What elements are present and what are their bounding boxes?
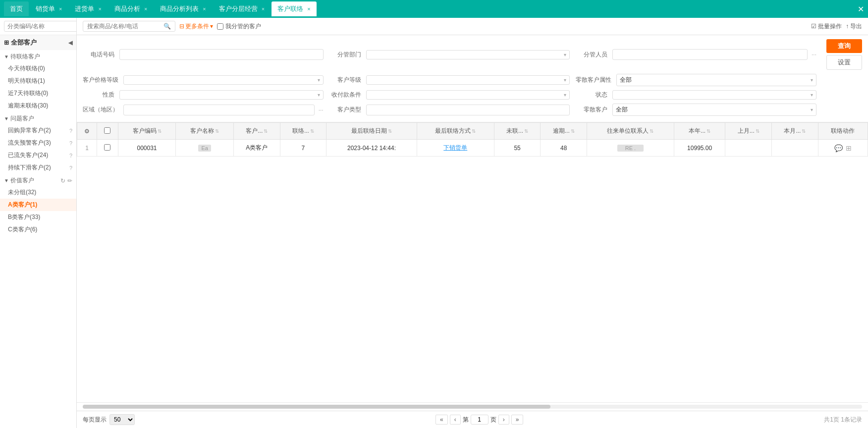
toolbar: 🔍 ⊟ 更多条件 ▾ 我分管的客户 ☑ 批量操作 ↑ 导出: [77, 18, 868, 35]
input-region[interactable]: [123, 105, 315, 115]
th-last-method[interactable]: 最后联络方式 ⇅: [417, 123, 494, 140]
batch-ops-button[interactable]: ☑ 批量操作: [811, 22, 842, 31]
sidebar-search-wrap: 🔍: [0, 18, 76, 35]
scrollbar-thumb[interactable]: [83, 405, 550, 409]
close-analysis-tab[interactable]: ×: [144, 6, 147, 12]
input-phone[interactable]: [119, 49, 324, 60]
sidebar-item-c-class[interactable]: C类客户(6): [0, 223, 76, 236]
th-type[interactable]: 客户... ⇅: [233, 123, 280, 140]
sidebar-collapse-icon[interactable]: ◀: [68, 40, 72, 46]
nav-tab-home[interactable]: 首页: [4, 1, 29, 16]
th-year-amount[interactable]: 本年... ⇅: [674, 123, 725, 140]
sidebar-item-b-class[interactable]: B类客户(33): [0, 211, 76, 223]
close-all-tabs[interactable]: ✕: [858, 4, 864, 14]
export-button[interactable]: ↑ 导出: [846, 22, 862, 31]
select-status[interactable]: ▾: [612, 90, 816, 100]
last-method-link[interactable]: 下销货单: [443, 144, 467, 151]
sidebar-item-declining[interactable]: 持续下滑客户(2) ?: [0, 161, 76, 174]
more-filter-button[interactable]: ⊟ 更多条件 ▾: [179, 22, 213, 31]
th-last-month[interactable]: 上月... ⇅: [725, 123, 772, 140]
select-all-checkbox[interactable]: [104, 127, 110, 134]
input-person[interactable]: [612, 49, 808, 60]
td-last-method[interactable]: 下销货单: [417, 140, 494, 157]
next-page-button[interactable]: ›: [498, 415, 509, 425]
th-code[interactable]: 客户编码 ⇅: [118, 123, 176, 140]
filter-row-4: 区域（地区） ··· 客户类型 零散客户 全部 ▾: [83, 104, 862, 116]
close-analysis-list-tab[interactable]: ×: [203, 6, 206, 12]
th-checkbox-all[interactable]: [97, 123, 118, 140]
sort-type-icon: ⇅: [264, 128, 268, 134]
setting-button[interactable]: 设置: [826, 55, 862, 70]
filter-dept: 分管部门 ▾: [329, 50, 576, 59]
close-sales-tab[interactable]: ×: [59, 6, 62, 12]
sidebar-item-churn-warning[interactable]: 流失预警客户(3) ?: [0, 137, 76, 149]
nav-tab-purchase[interactable]: 进货单 ×: [69, 1, 107, 16]
th-no-contact[interactable]: 未联... ⇅: [494, 123, 541, 140]
th-this-month[interactable]: 本月... ⇅: [772, 123, 818, 140]
td-code: 000031: [118, 140, 176, 157]
th-company-contact[interactable]: 往来单位联系人 ⇅: [587, 123, 674, 140]
th-gear[interactable]: ⚙: [77, 123, 97, 140]
nav-tab-customer-tier[interactable]: 客户分层经营 ×: [213, 1, 271, 16]
sidebar-item-churned[interactable]: 已流失客户(24) ?: [0, 149, 76, 161]
all-customers-header[interactable]: ⊞ 全部客户 ◀: [0, 35, 76, 50]
region-dots-icon[interactable]: ···: [319, 107, 324, 113]
chat-icon[interactable]: 💬: [834, 144, 843, 152]
first-page-button[interactable]: «: [435, 415, 448, 425]
info-icon-repurchase: ?: [69, 128, 72, 134]
close-customer-contact-tab[interactable]: ×: [307, 6, 310, 12]
person-dots-icon[interactable]: ···: [812, 51, 816, 58]
select-price-grade[interactable]: ▾: [123, 75, 324, 85]
prev-page-button[interactable]: ‹: [450, 415, 461, 425]
filter-panel: 电话号码 分管部门 ▾ 分管人员 ···: [77, 35, 868, 122]
nav-tab-analysis-list[interactable]: 商品分析列表 ×: [154, 1, 212, 16]
close-purchase-tab[interactable]: ×: [98, 6, 101, 12]
refresh-icon[interactable]: ↻: [60, 177, 65, 184]
th-name[interactable]: 客户名称 ⇅: [176, 123, 234, 140]
sort-date-icon: ⇅: [388, 128, 392, 134]
sidebar-item-today[interactable]: 今天待联络(0): [0, 62, 76, 75]
sidebar-item-week[interactable]: 近7天待联络(0): [0, 87, 76, 100]
td-checkbox[interactable]: [97, 140, 118, 157]
select-payment[interactable]: ▾: [366, 90, 570, 100]
group-label-problem[interactable]: ▼ 问题客户: [0, 112, 76, 124]
sidebar-item-overdue[interactable]: 逾期未联络(30): [0, 100, 76, 112]
sidebar-item-repurchase-abnormal[interactable]: 回购异常客户(2) ?: [0, 124, 76, 137]
th-contact[interactable]: 联络... ⇅: [280, 123, 326, 140]
group-label-value[interactable]: ▼ 价值客户 ↻ ✏: [0, 174, 76, 186]
select-customer-grade[interactable]: ▾: [366, 75, 570, 85]
action-column: 查询 设置: [822, 39, 862, 70]
toolbar-right: ☑ 批量操作 ↑ 导出: [811, 22, 862, 31]
filter-retail-attr: 零散客户属性 全部 ▾: [576, 74, 822, 86]
row-checkbox[interactable]: [104, 144, 110, 151]
sidebar-search-input[interactable]: [4, 21, 77, 32]
sidebar-item-unclassified[interactable]: 未分组(32): [0, 186, 76, 199]
nav-tab-customer-contact[interactable]: 客户联络 ×: [271, 1, 316, 16]
query-button[interactable]: 查询: [826, 39, 862, 53]
filter-icon: ⊟: [179, 23, 184, 30]
my-customers-checkbox[interactable]: [217, 23, 223, 30]
th-overdue[interactable]: 逾期... ⇅: [541, 123, 587, 140]
scrollbar-track[interactable]: [83, 405, 862, 409]
select-dept[interactable]: ▾: [366, 50, 570, 59]
search-input[interactable]: [87, 23, 162, 30]
sidebar-item-tomorrow[interactable]: 明天待联络(1): [0, 75, 76, 87]
search-icon[interactable]: 🔍: [163, 23, 171, 30]
qr-icon[interactable]: ⊞: [846, 144, 852, 152]
page-size-select[interactable]: 50 10 20 100: [109, 414, 135, 425]
group-label-pending[interactable]: ▼ 待联络客户: [0, 50, 76, 62]
my-customers-checkbox-wrap[interactable]: 我分管的客户: [217, 22, 261, 31]
select-retail-customer[interactable]: 全部 ▾: [612, 104, 816, 116]
select-nature[interactable]: ▾: [119, 90, 324, 100]
select-retail-attr[interactable]: 全部 ▾: [616, 74, 816, 86]
sidebar-item-a-class[interactable]: A类客户(1): [0, 199, 76, 211]
close-customer-tier-tab[interactable]: ×: [262, 6, 265, 12]
input-customer-type[interactable]: [366, 105, 570, 115]
page-number-input[interactable]: [471, 415, 488, 425]
th-last-date[interactable]: 最后联络日期 ⇅: [326, 123, 417, 140]
last-page-button[interactable]: »: [511, 415, 524, 425]
filter-region: 区域（地区） ···: [83, 105, 329, 115]
nav-tab-sales[interactable]: 销货单 ×: [30, 1, 68, 16]
edit-value-icon[interactable]: ✏: [67, 177, 72, 184]
nav-tab-analysis[interactable]: 商品分析 ×: [108, 1, 153, 16]
